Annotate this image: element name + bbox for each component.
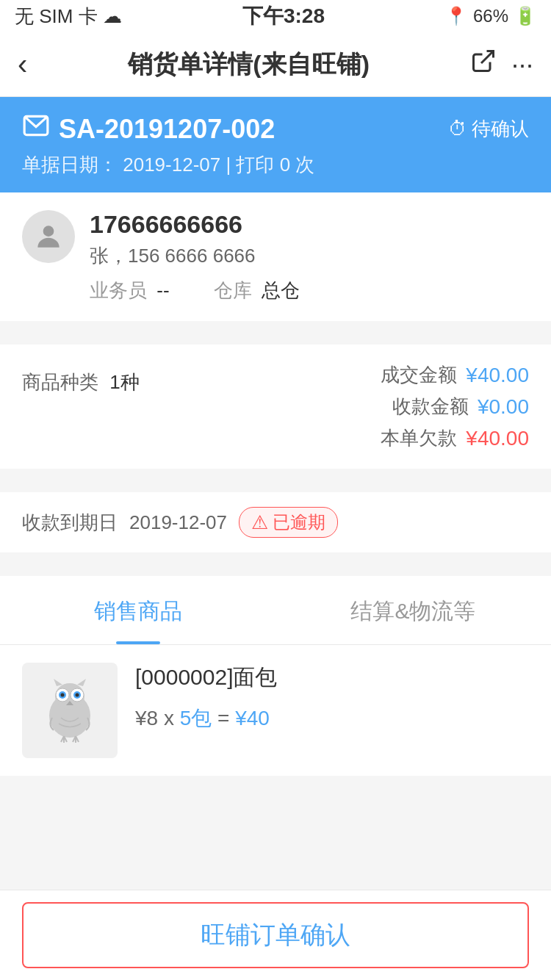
more-button[interactable]: ··· (511, 49, 533, 80)
order-id-text: SA-20191207-002 (59, 114, 275, 145)
tab-sales-label: 销售商品 (94, 599, 182, 623)
equals: = (217, 707, 235, 729)
order-date: 单据日期： 2019-12-07 | 打印 0 次 (22, 152, 529, 178)
nav-actions: ··· (470, 48, 533, 81)
share-icon[interactable] (470, 48, 497, 81)
salesperson-value: -- (156, 279, 169, 301)
quantity: 5包 (180, 707, 212, 729)
product-type: 商品种类 1种 (22, 370, 140, 395)
svg-point-10 (76, 693, 79, 697)
due-date-value: 2019-12-07 (129, 511, 227, 534)
svg-line-0 (481, 51, 494, 64)
due-date-label: 收款到期日 (22, 510, 118, 536)
status-bar: 无 SIM 卡 ☁ 下午3:28 📍 66% 🔋 (0, 0, 551, 32)
received-amount-value: ¥0.00 (478, 395, 529, 419)
customer-name: 张，156 6666 6666 (90, 243, 529, 269)
overdue-badge: ⚠ 已逾期 (239, 507, 338, 538)
customer-card: 17666666666 张，156 6666 6666 业务员 -- 仓库 总仓 (0, 192, 551, 321)
received-amount-row: 收款金额 ¥0.00 (392, 394, 529, 419)
deal-amount-value: ¥40.00 (466, 364, 529, 387)
status-clock-icon: ⏱ (448, 118, 467, 140)
svg-marker-13 (77, 679, 86, 686)
unit-price: ¥8 (135, 707, 158, 729)
overdue-icon: ⚠ (251, 511, 268, 534)
divider-3 (0, 564, 551, 576)
tab-sales-products[interactable]: 销售商品 (0, 576, 276, 644)
product-type-value: 1种 (109, 371, 139, 393)
owed-amount-label: 本单欠款 (381, 425, 457, 451)
tabs: 销售商品 结算&物流等 (0, 576, 551, 645)
order-status: ⏱ 待确认 (448, 116, 529, 142)
product-price: ¥8 x 5包 = ¥40 (135, 705, 529, 732)
back-button[interactable]: ‹ (18, 48, 27, 81)
divider-1 (0, 333, 551, 345)
confirm-order-button[interactable]: 旺铺订单确认 (22, 902, 529, 968)
warehouse-value: 总仓 (262, 279, 300, 301)
order-header: SA-20191207-002 ⏱ 待确认 单据日期： 2019-12-07 |… (0, 97, 551, 192)
status-bar-time: 下午3:28 (242, 2, 325, 30)
product-details: [0000002]面包 ¥8 x 5包 = ¥40 (135, 663, 529, 732)
customer-phone: 17666666666 (90, 210, 529, 239)
order-id: SA-20191207-002 (22, 112, 275, 146)
product-name: [0000002]面包 (135, 663, 529, 693)
nav-bar: ‹ 销货单详情(来自旺铺) ··· (0, 32, 551, 97)
amounts: 成交金额 ¥40.00 收款金额 ¥0.00 本单欠款 ¥40.00 (381, 362, 529, 451)
customer-info: 17666666666 张，156 6666 6666 业务员 -- 仓库 总仓 (90, 210, 529, 303)
page-title: 销货单详情(来自旺铺) (128, 48, 370, 82)
received-amount-label: 收款金额 (392, 394, 469, 419)
overdue-text: 已逾期 (273, 511, 325, 534)
divider-2 (0, 480, 551, 492)
owed-amount-value: ¥40.00 (466, 427, 529, 450)
bottom-bar: 旺铺订单确认 (0, 890, 551, 980)
product-thumbnail: 管+ (22, 663, 118, 758)
salesperson-label: 业务员 (90, 279, 147, 301)
status-bar-right: 📍 66% 🔋 (445, 6, 536, 26)
battery-bar: 🔋 (514, 6, 536, 26)
order-id-icon (22, 112, 50, 146)
status-bar-left: 无 SIM 卡 ☁ (15, 4, 122, 29)
status-text: 待确认 (472, 116, 529, 142)
sim-status: 无 SIM 卡 ☁ (15, 4, 122, 29)
deal-amount-row: 成交金额 ¥40.00 (381, 362, 529, 388)
stats-card: 商品种类 1种 成交金额 ¥40.00 收款金额 ¥0.00 本单欠款 ¥40.… (0, 345, 551, 469)
svg-text:管+: 管+ (64, 743, 76, 743)
warehouse-label: 仓库 (214, 279, 252, 301)
svg-point-2 (43, 226, 54, 237)
product-type-label: 商品种类 (22, 371, 98, 393)
customer-meta: 业务员 -- 仓库 总仓 (90, 278, 529, 303)
battery-icon: 📍 (445, 6, 467, 26)
product-item: 管+ [0000002]面包 ¥8 x 5包 = ¥40 (0, 645, 551, 776)
deal-amount-label: 成交金额 (381, 362, 457, 388)
customer-avatar (22, 210, 75, 263)
multiplier: x (164, 707, 180, 729)
owed-amount-row: 本单欠款 ¥40.00 (381, 425, 529, 451)
tab-settlement-label: 结算&物流等 (350, 599, 475, 623)
total-price: ¥40 (235, 707, 270, 729)
svg-point-7 (61, 693, 65, 697)
battery-level: 66% (473, 6, 508, 26)
due-date-section: 收款到期日 2019-12-07 ⚠ 已逾期 (0, 492, 551, 552)
tab-settlement[interactable]: 结算&物流等 (276, 576, 551, 644)
svg-marker-12 (54, 679, 62, 686)
